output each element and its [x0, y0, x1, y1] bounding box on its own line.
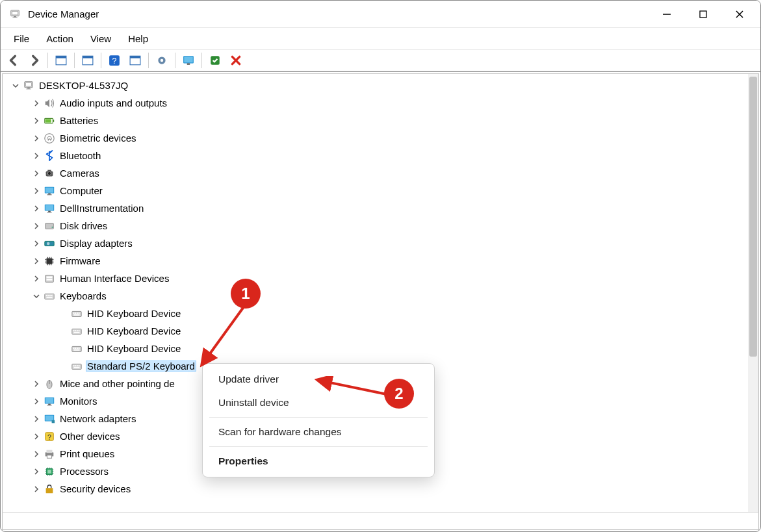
update-button[interactable]	[126, 52, 144, 69]
properties-button[interactable]	[79, 52, 97, 69]
vertical-scrollbar[interactable]	[748, 74, 758, 512]
minimize-button[interactable]	[649, 1, 685, 28]
tree-category-security[interactable]: Security devices	[5, 480, 748, 498]
menu-help[interactable]: Help	[120, 31, 156, 47]
tree-category-label: Other devices	[58, 431, 122, 442]
tree-category-display[interactable]: Display adapters	[5, 234, 748, 252]
svg-line-54	[202, 303, 246, 364]
context-menu-properties[interactable]: Properties	[203, 450, 434, 473]
menu-action[interactable]: Action	[38, 31, 81, 47]
mouse-icon	[43, 377, 56, 390]
tree-root[interactable]: DESKTOP-4L537JQ	[5, 77, 748, 94]
chevron-right-icon[interactable]	[31, 449, 42, 459]
tree-category-bluetooth[interactable]: Bluetooth	[5, 147, 748, 164]
tree-category-keyboards[interactable]: Keyboards	[5, 287, 748, 305]
tree-device-label: HID Keyboard Device	[86, 325, 182, 336]
chevron-right-icon[interactable]	[31, 151, 42, 161]
annotation-arrow-1	[196, 299, 254, 371]
chevron-right-icon[interactable]	[31, 396, 42, 407]
keyboard-icon	[43, 290, 56, 303]
tree-device-item[interactable]: HID Keyboard Device	[5, 305, 748, 322]
tree-category-disk[interactable]: Disk drives	[5, 217, 748, 234]
tree-category-cameras[interactable]: Cameras	[5, 164, 748, 182]
gpu-icon	[43, 237, 56, 250]
chevron-right-icon[interactable]	[31, 98, 42, 108]
hid-icon	[43, 272, 56, 285]
tree-category-label: DellInstrumentation	[58, 203, 145, 214]
forward-button[interactable]	[25, 52, 44, 69]
tree-category-label: Keyboards	[58, 290, 108, 301]
chevron-right-icon[interactable]	[31, 273, 42, 284]
tree-category-dell[interactable]: DellInstrumentation	[5, 199, 748, 217]
tree-category-label: Computer	[58, 185, 104, 196]
tree-device-label: HID Keyboard Device	[86, 308, 182, 319]
monitor-icon	[43, 184, 56, 197]
tree-category-label: Disk drives	[58, 220, 109, 231]
chevron-right-icon[interactable]	[31, 256, 42, 266]
chevron-down-icon[interactable]	[31, 291, 42, 301]
device-manager-window: Device Manager File Action View Help DES…	[0, 0, 761, 532]
tree-category-label: Batteries	[58, 115, 99, 126]
window-title: Device Manager	[28, 8, 99, 19]
close-button[interactable]	[721, 1, 758, 28]
tree-category-audio[interactable]: Audio inputs and outputs	[5, 94, 748, 112]
chevron-right-icon[interactable]	[31, 484, 42, 494]
remove-button[interactable]	[227, 52, 245, 69]
tree-category-firmware[interactable]: Firmware	[5, 252, 748, 270]
chevron-right-icon[interactable]	[31, 221, 42, 231]
context-menu-scan-hardware[interactable]: Scan for hardware changes	[203, 420, 434, 444]
annotation-callout-2: 2	[384, 379, 414, 409]
keyboard-icon	[70, 342, 83, 355]
chevron-right-icon[interactable]	[31, 168, 42, 179]
context-menu-separator	[209, 446, 428, 447]
tree-device-label: HID Keyboard Device	[86, 343, 182, 354]
battery-icon	[43, 114, 56, 127]
chevron-right-icon[interactable]	[31, 186, 42, 196]
maximize-button[interactable]	[685, 1, 721, 28]
tree-device-item[interactable]: HID Keyboard Device	[5, 322, 748, 340]
tree-category-label: Print queues	[58, 448, 116, 459]
keyboard-icon	[70, 325, 83, 338]
svg-line-55	[318, 380, 387, 394]
enable-button[interactable]	[206, 52, 224, 69]
tree-category-label: Security devices	[58, 483, 132, 494]
chevron-right-icon[interactable]	[31, 466, 42, 477]
scan-button[interactable]	[179, 52, 198, 69]
tree-category-label: Human Interface Devices	[58, 273, 170, 284]
tree-device-item[interactable]: HID Keyboard Device	[5, 340, 748, 357]
annotation-arrow-2	[314, 376, 392, 402]
bluetooth-icon	[43, 149, 56, 162]
question-icon	[43, 430, 56, 443]
tree-category-label: Display adapters	[58, 238, 134, 249]
scrollbar-thumb[interactable]	[749, 77, 757, 357]
chevron-right-icon[interactable]	[31, 203, 42, 214]
chevron-right-icon[interactable]	[31, 133, 42, 144]
chevron-right-icon[interactable]	[31, 238, 42, 249]
tree-category-label: Monitors	[58, 396, 99, 407]
network-icon	[43, 412, 56, 425]
chevron-right-icon[interactable]	[31, 116, 42, 126]
menu-file[interactable]: File	[6, 31, 37, 47]
tree-category-biometric[interactable]: Biometric devices	[5, 129, 748, 147]
app-icon	[8, 8, 21, 21]
tree-category-computer[interactable]: Computer	[5, 182, 748, 199]
chevron-right-icon[interactable]	[31, 379, 42, 389]
tree-category-batteries[interactable]: Batteries	[5, 112, 748, 129]
tree-category-label: Audio inputs and outputs	[58, 97, 168, 108]
show-hidden-button[interactable]	[52, 52, 70, 69]
context-menu-separator	[209, 417, 428, 418]
chevron-down-icon[interactable]	[10, 81, 21, 91]
computer-icon	[22, 79, 35, 92]
chevron-right-icon[interactable]	[31, 431, 42, 442]
disk-icon	[43, 220, 56, 233]
keyboard-icon	[70, 307, 83, 320]
back-button[interactable]	[5, 52, 23, 69]
security-icon	[43, 483, 56, 496]
uninstall-button[interactable]	[153, 52, 171, 69]
help-button[interactable]	[105, 52, 123, 69]
menu-view[interactable]: View	[83, 31, 119, 47]
tree-device-label: Standard PS/2 Keyboard	[86, 361, 196, 372]
chevron-right-icon[interactable]	[31, 414, 42, 424]
tree-category-hid[interactable]: Human Interface Devices	[5, 270, 748, 287]
fingerprint-icon	[43, 132, 56, 145]
